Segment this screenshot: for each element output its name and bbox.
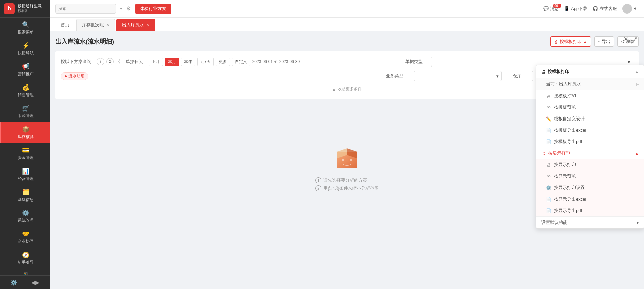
topbar: ▾ ⚙ 体验行业方案 💬 消息 99+ 📱 App下载 🎧 在线客服 [50,0,644,18]
sidebar-item-search[interactable]: 🔍 搜索菜单 [0,18,50,38]
user-avatar-button[interactable]: Rit [622,4,639,14]
export-label: 导出 [602,38,610,45]
tab-batch-account[interactable]: 库存批次账 ✕ [76,19,115,31]
dropdown-item-label: 按模板预览 [554,104,576,110]
dropdown-item-template-custom[interactable]: ✏️ 模板自定义设计 [536,113,644,125]
page-content: 出入库流水(流水明细) 🖨 按模板打印 ▲ ↑ 导出 ↺ 刷新 [50,31,644,289]
money-icon: 💰 [22,84,29,91]
template-print-dropdown-panel: 🖨 按模板打印 ▲ 当前：出入库流水 ▶ 🖨 按模板打印 👁 [536,65,644,229]
sidebar-item-operations[interactable]: 📊 经营管理 [0,164,50,185]
folder-icon: 🗂️ [22,188,29,196]
dropdown-item-template-print[interactable]: 🖨 按模板打印 [536,90,644,102]
date-custom-btn[interactable]: 自定义 [232,58,250,66]
filter-add-button[interactable]: + [97,58,104,65]
sidebar-item-purchase[interactable]: 🛒 采购管理 [0,101,50,122]
sidebar-item-label: 快捷导航 [18,50,34,56]
gear-icon: ⚙️ [22,209,29,217]
handshake-icon: 🤝 [22,230,29,238]
dropdown-item-template-export-excel[interactable]: 📄 按模板导出excel [536,125,644,136]
sidebar-item-label: 企业协同 [18,239,34,244]
dropdown-item-label: 按模板导出pdf [554,139,582,145]
tab-close-icon[interactable]: ✕ [106,23,109,27]
export-button[interactable]: ↑ 导出 [594,36,614,47]
template-print-button[interactable]: 🖨 按模板打印 ▲ [550,36,591,47]
dropdown-current-item[interactable]: 当前：出入库流水 ▶ [536,78,644,90]
empty-step-1: 1 请先选择要分析的方案 [315,177,378,183]
message-button[interactable]: 💬 消息 99+ [543,6,559,12]
dropdown-item-display-print[interactable]: 🖨 按显示打印 [536,159,644,170]
collapse-label: 收起更多条件 [338,86,362,92]
sidebar-item-sales[interactable]: 💰 销售管理 [0,80,50,101]
sidebar-item-appstore[interactable]: 📱 应用中心 [0,269,50,275]
sidebar-item-label: 销售管理 [18,92,34,98]
panel-close-button[interactable]: ✕ [622,35,630,43]
tabs-bar: 首页 库存批次账 ✕ 出入库流水 ✕ [50,18,644,31]
avatar [622,4,632,14]
date-range-display: 2023-06-01 至 2023-06-30 [252,59,300,65]
tab-home[interactable]: 首页 [55,19,75,31]
page-title: 出入库流水(流水明细) [55,37,114,46]
username-label: Rit [633,6,639,11]
online-service-button[interactable]: 🎧 在线客服 [593,6,617,12]
current-label: 当前：出入库流水 [546,81,581,87]
sidebar-item-collab[interactable]: 🤝 企业协同 [0,227,50,248]
custom-item-icon: ✏️ [546,116,551,122]
sidebar-item-system[interactable]: ⚙️ 系统管理 [0,206,50,227]
section-title-label: 按显示打印 [548,150,570,156]
sidebar-bottom: ⚙️ ◀▶ [0,275,50,289]
industry-solution-button[interactable]: 体验行业方案 [135,4,171,14]
settings-bottom-btn[interactable]: ⚙️ [10,279,17,286]
dropdown-item-display-print-settings[interactable]: ⚙️ 按显示打印设置 [536,182,644,193]
dropdown-item-label: 模板自定义设计 [554,116,585,122]
dropdown-item-display-export-excel[interactable]: 📄 按显示导出excel [536,193,644,205]
sidebar-item-marketing[interactable]: 📢 营销推广 [0,59,50,80]
filter-collapse-button[interactable]: 《 [116,59,120,65]
date-prev-month-btn[interactable]: 上月 [149,58,163,66]
tab-label: 库存批次账 [82,22,104,28]
app-download-button[interactable]: 📱 App下载 [564,6,587,12]
sidebar-item-quick-nav[interactable]: ⚡ 快捷导航 [0,38,50,59]
sidebar-item-inventory[interactable]: 📦 库存核算 [0,122,50,143]
sidebar-item-label: 采购管理 [18,113,34,119]
date-more-btn[interactable]: 更多 [216,58,230,66]
tab-close-icon[interactable]: ✕ [146,23,149,27]
sidebar-item-finance[interactable]: 💳 资金管理 [0,143,50,164]
dropdown-footer[interactable]: 设置默认功能 ▾ [536,216,644,228]
business-type-dropdown[interactable]: ▾ [414,71,502,81]
template-print-label: 按模板打印 [560,38,582,45]
search-dropdown-arrow[interactable]: ▾ [120,6,122,11]
dropdown-item-display-export-pdf[interactable]: 📄 按显示导出pdf [536,205,644,216]
date-this-month-btn[interactable]: 本月 [165,58,179,66]
print-header-icon: 🖨 [541,69,546,74]
search-input[interactable] [55,4,116,14]
topbar-gear-icon[interactable]: ⚙ [126,5,131,12]
logo-icon: b [4,3,15,14]
tab-label: 出入库流水 [122,22,144,28]
dropdown-panel-collapse-arrow[interactable]: ▲ [635,69,639,74]
preview-item-icon: 👁 [546,105,551,110]
date-this-year-btn[interactable]: 本年 [181,58,195,66]
display-print-section-header[interactable]: 🖨 按显示打印 ▲ [536,148,644,159]
warehouse-label: 仓库 [513,73,521,79]
svg-point-3 [342,159,344,161]
collapse-sidebar-btn[interactable]: ◀▶ [31,279,39,286]
sidebar-item-guide[interactable]: 🧭 新手引导 [0,248,50,269]
panel-expand-button[interactable]: ⤢ [632,35,639,43]
filter-setting-button[interactable]: ⚙ [106,58,114,65]
tab-in-out-flow[interactable]: 出入库流水 ✕ [116,19,155,31]
dropdown-item-display-preview[interactable]: 👁 按显示预览 [536,170,644,182]
dropdown-item-template-preview[interactable]: 👁 按模板预览 [536,102,644,113]
sidebar-item-label: 库存核算 [18,134,34,140]
chevron-down-icon: ▾ [628,59,630,64]
display-print-section-content: 🖨 按显示打印 👁 按显示预览 ⚙️ 按显示打印设置 📄 按显示导出excel [536,159,644,216]
sidebar-nav: 🔍 搜索菜单 ⚡ 快捷导航 📢 营销推广 💰 销售管理 🛒 采购管理 📦 [0,18,50,275]
dropdown-item-label: 按显示预览 [554,173,576,179]
dropdown-item-label: 按显示打印设置 [554,185,585,191]
date-last7days-btn[interactable]: 近7天 [197,58,214,66]
sidebar-item-basic[interactable]: 🗂️ 基础信息 [0,185,50,206]
dropdown-item-template-export-pdf[interactable]: 📄 按模板导出pdf [536,136,644,148]
headset-icon: 🎧 [593,6,598,11]
step-number-1: 1 [315,177,321,183]
section-collapse-arrow[interactable]: ▲ [635,151,639,156]
main-area: ▾ ⚙ 体验行业方案 💬 消息 99+ 📱 App下载 🎧 在线客服 [50,0,644,289]
